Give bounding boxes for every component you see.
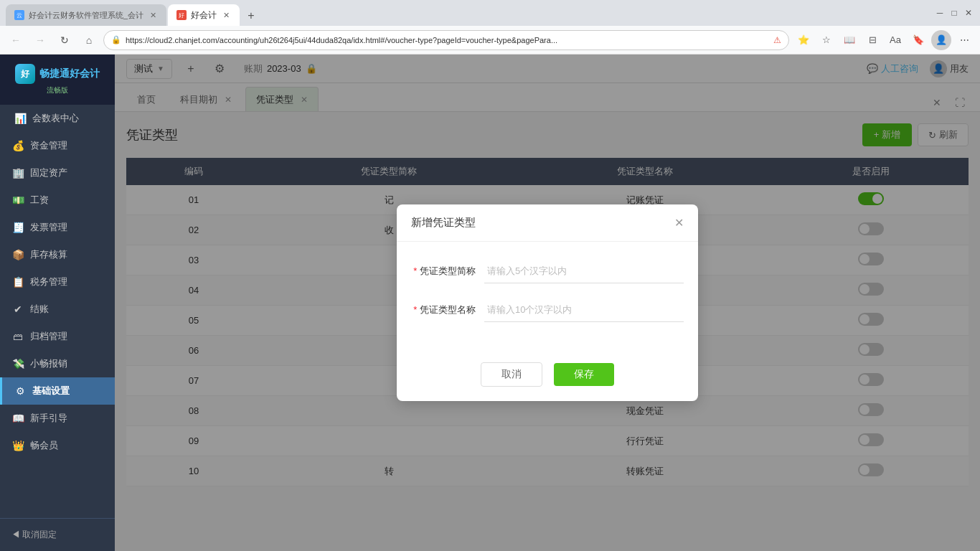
name-label-text: 凭证类型名称	[420, 304, 476, 315]
sidebar-item-salary[interactable]: 💵 工资	[0, 187, 115, 214]
sidebar-item-guide[interactable]: 📖 新手引导	[0, 405, 115, 432]
new-tab-button[interactable]: +	[241, 6, 261, 26]
member-icon: 👑	[11, 439, 24, 452]
sidebar-label-dashboard: 会数表中心	[32, 112, 79, 125]
browser-title-bar: 云 好会计云财务软件管理系统_会计 ✕ 好 好会计 ✕ + ─ □ ✕	[0, 0, 980, 26]
save-button[interactable]: 保存	[554, 363, 614, 386]
dialog-close-button[interactable]: ✕	[674, 216, 684, 230]
tab-bar: 云 好会计云财务软件管理系统_会计 ✕ 好 好会计 ✕ +	[6, 0, 930, 26]
logo-sub: 流畅版	[47, 85, 68, 95]
sidebar-item-member[interactable]: 👑 畅会员	[0, 432, 115, 459]
settings-icon: ⚙	[14, 385, 27, 397]
funds-icon: 💰	[11, 139, 24, 152]
dialog-title: 新增凭证类型	[411, 216, 476, 230]
dialog-header: 新增凭证类型 ✕	[397, 204, 698, 242]
invoice-icon: 🧾	[11, 221, 24, 234]
sidebar-item-invoice[interactable]: 🧾 发票管理	[0, 214, 115, 241]
sidebar-item-settings[interactable]: ⚙ 基础设置	[0, 377, 115, 405]
abbr-label-text: 凭证类型简称	[420, 265, 476, 276]
sidebar-label-settings: 基础设置	[32, 385, 70, 397]
maximize-button[interactable]: □	[948, 7, 960, 19]
sidebar-item-assets[interactable]: 🏢 固定资产	[0, 159, 115, 187]
sidebar-item-dashboard[interactable]: 📊 会数表中心	[0, 105, 115, 132]
name-input[interactable]	[484, 298, 684, 322]
right-panel: 测试 ▼ + ⚙ 账期 2023-03 🔒 💬 人工咨询 👤 用友	[115, 55, 980, 551]
close-button[interactable]: ✕	[963, 7, 974, 19]
sidebar-label-archive: 归档管理	[30, 330, 67, 343]
sidebar-item-checkout[interactable]: ✔ 结账	[0, 296, 115, 323]
sidebar-menu: 📊 会数表中心 💰 资金管理 🏢 固定资产 💵 工资 🧾 发票管理 📦	[0, 105, 115, 518]
cancel-fixed-button[interactable]: ◀ 取消固定	[11, 524, 103, 545]
archive-icon: 🗃	[11, 330, 24, 343]
profile-button[interactable]: 👤	[931, 30, 951, 50]
sidebar-footer: ◀ 取消固定	[0, 518, 115, 551]
add-to-fav-button[interactable]: 🔖	[908, 30, 928, 50]
sidebar-label-assets: 固定资产	[30, 166, 67, 179]
logo-icon: 好	[15, 64, 35, 84]
sidebar-label-funds: 资金管理	[30, 139, 67, 152]
sidebar-item-inventory[interactable]: 📦 库存核算	[0, 241, 115, 268]
form-group-abbr: * 凭证类型简称	[411, 259, 684, 283]
minimize-button[interactable]: ─	[934, 7, 946, 19]
name-label: * 凭证类型名称	[411, 303, 476, 316]
form-group-name: * 凭证类型名称	[411, 298, 684, 322]
assets-icon: 🏢	[11, 166, 24, 179]
dialog-body: * 凭证类型简称 * 凭证类型名称	[397, 242, 698, 354]
sidebar-item-expense[interactable]: 💸 小畅报销	[0, 350, 115, 377]
home-button[interactable]: ⌂	[79, 30, 99, 50]
forward-button[interactable]: →	[30, 30, 50, 50]
lock-icon: 🔒	[111, 35, 121, 44]
guide-icon: 📖	[11, 412, 24, 425]
app-wrapper: 好 畅捷通好会计 流畅版 📊 会数表中心 💰 资金管理 🏢 固定资产 💵 工资	[0, 55, 980, 551]
tab-favicon-1: 云	[14, 10, 24, 20]
tab-favicon-2: 好	[176, 10, 187, 20]
inventory-icon: 📦	[11, 248, 24, 261]
favorites-button[interactable]: ☆	[816, 30, 837, 50]
required-mark-abbr: *	[413, 265, 417, 276]
sidebar-label-expense: 小畅报销	[30, 357, 67, 370]
address-bar: ← → ↻ ⌂ 🔒 https://cloud2.chanjet.com/acc…	[0, 26, 980, 55]
url-text: https://cloud2.chanjet.com/accounting/uh…	[126, 36, 769, 44]
url-bar[interactable]: 🔒 https://cloud2.chanjet.com/accounting/…	[103, 30, 789, 50]
sidebar-item-archive[interactable]: 🗃 归档管理	[0, 323, 115, 350]
new-voucher-dialog: 新增凭证类型 ✕ * 凭证类型简称 * 凭证类型名称	[397, 204, 698, 401]
cancel-button[interactable]: 取消	[481, 362, 542, 387]
browser-tab-2[interactable]: 好 好会计 ✕	[168, 4, 240, 26]
checkout-icon: ✔	[11, 303, 24, 316]
logo-text: 畅捷通好会计	[39, 67, 100, 80]
abbr-label: * 凭证类型简称	[411, 265, 476, 278]
sidebar-label-inventory: 库存核算	[30, 248, 67, 261]
back-button[interactable]: ←	[6, 30, 26, 50]
tab-title-1: 好会计云财务软件管理系统_会计	[29, 10, 143, 21]
refresh-button[interactable]: ↻	[55, 30, 75, 50]
reading-icon: ⚠	[773, 35, 781, 45]
tab-title-2: 好会计	[191, 9, 217, 22]
tab-close-2[interactable]: ✕	[221, 10, 231, 20]
sidebar-logo: 好 畅捷通好会计 流畅版	[0, 55, 115, 105]
extensions-button[interactable]: ⭐	[793, 30, 814, 50]
browser-actions: ⭐ ☆ 📖 ⊟ Aa 🔖 👤 ⋯	[793, 30, 974, 50]
reading-mode-button[interactable]: 📖	[839, 30, 859, 50]
sidebar: 好 畅捷通好会计 流畅版 📊 会数表中心 💰 资金管理 🏢 固定资产 💵 工资	[0, 55, 115, 551]
sidebar-item-funds[interactable]: 💰 资金管理	[0, 132, 115, 159]
dashboard-icon: 📊	[14, 112, 27, 125]
tax-icon: 📋	[11, 276, 24, 288]
browser-tab-1[interactable]: 云 好会计云财务软件管理系统_会计 ✕	[6, 4, 166, 26]
dialog-footer: 取消 保存	[397, 354, 698, 401]
split-view-button[interactable]: ⊟	[862, 30, 882, 50]
dialog-overlay: 新增凭证类型 ✕ * 凭证类型简称 * 凭证类型名称	[115, 55, 980, 551]
settings-button[interactable]: ⋯	[954, 30, 974, 50]
sidebar-label-salary: 工资	[30, 194, 49, 207]
abbr-input[interactable]	[484, 259, 684, 283]
immersive-reader-button[interactable]: Aa	[885, 30, 905, 50]
tab-close-1[interactable]: ✕	[148, 10, 158, 20]
sidebar-label-invoice: 发票管理	[30, 221, 67, 234]
sidebar-item-tax[interactable]: 📋 税务管理	[0, 268, 115, 296]
salary-icon: 💵	[11, 194, 24, 207]
expense-icon: 💸	[11, 357, 24, 370]
sidebar-label-checkout: 结账	[30, 303, 49, 316]
sidebar-label-tax: 税务管理	[30, 276, 67, 288]
cancel-fixed-label: ◀ 取消固定	[11, 529, 57, 541]
sidebar-label-member: 畅会员	[30, 439, 58, 452]
required-mark-name: *	[413, 304, 417, 315]
